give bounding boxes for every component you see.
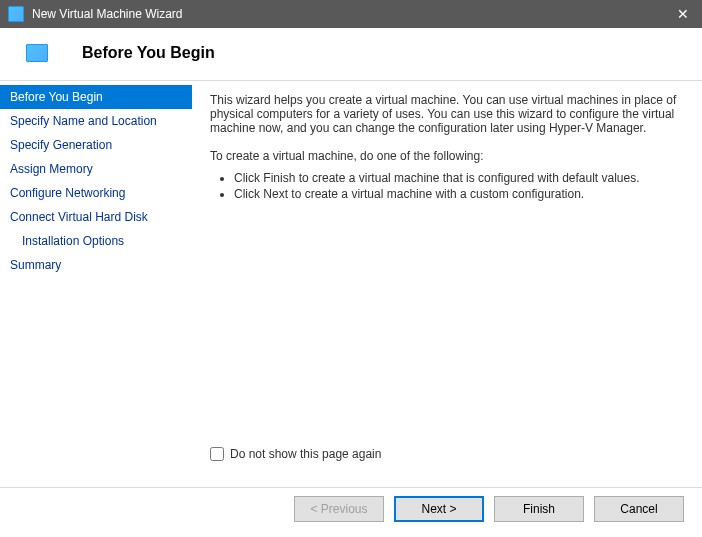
app-icon	[8, 6, 24, 22]
content-main: This wizard helps you create a virtual m…	[210, 93, 684, 447]
step-installation-options[interactable]: Installation Options	[0, 229, 192, 253]
wizard-body: Before You Begin Specify Name and Locati…	[0, 81, 702, 481]
step-connect-disk[interactable]: Connect Virtual Hard Disk	[0, 205, 192, 229]
wizard-footer: < Previous Next > Finish Cancel	[0, 487, 702, 537]
wizard-content: This wizard helps you create a virtual m…	[192, 81, 702, 481]
page-title: Before You Begin	[82, 44, 215, 62]
step-summary[interactable]: Summary	[0, 253, 192, 277]
wizard-header: Before You Begin	[0, 28, 702, 81]
step-assign-memory[interactable]: Assign Memory	[0, 157, 192, 181]
step-before-you-begin[interactable]: Before You Begin	[0, 85, 192, 109]
dont-show-again-checkbox[interactable]	[210, 447, 224, 461]
cancel-button[interactable]: Cancel	[594, 496, 684, 522]
step-specify-name[interactable]: Specify Name and Location	[0, 109, 192, 133]
finish-button[interactable]: Finish	[494, 496, 584, 522]
instructions-list: Click Finish to create a virtual machine…	[210, 171, 684, 201]
next-button[interactable]: Next >	[394, 496, 484, 522]
wizard-steps-sidebar: Before You Begin Specify Name and Locati…	[0, 81, 192, 481]
step-configure-networking[interactable]: Configure Networking	[0, 181, 192, 205]
titlebar: New Virtual Machine Wizard ✕	[0, 0, 702, 28]
dont-show-again-label[interactable]: Do not show this page again	[230, 447, 381, 461]
dont-show-again-row: Do not show this page again	[210, 447, 684, 461]
step-specify-generation[interactable]: Specify Generation	[0, 133, 192, 157]
window-title: New Virtual Machine Wizard	[32, 7, 664, 21]
intro-description: This wizard helps you create a virtual m…	[210, 93, 684, 135]
previous-button: < Previous	[294, 496, 384, 522]
instruction-item: Click Finish to create a virtual machine…	[234, 171, 684, 185]
instructions-heading: To create a virtual machine, do one of t…	[210, 149, 684, 163]
instruction-item: Click Next to create a virtual machine w…	[234, 187, 684, 201]
close-button[interactable]: ✕	[664, 0, 702, 28]
wizard-icon	[26, 44, 48, 62]
